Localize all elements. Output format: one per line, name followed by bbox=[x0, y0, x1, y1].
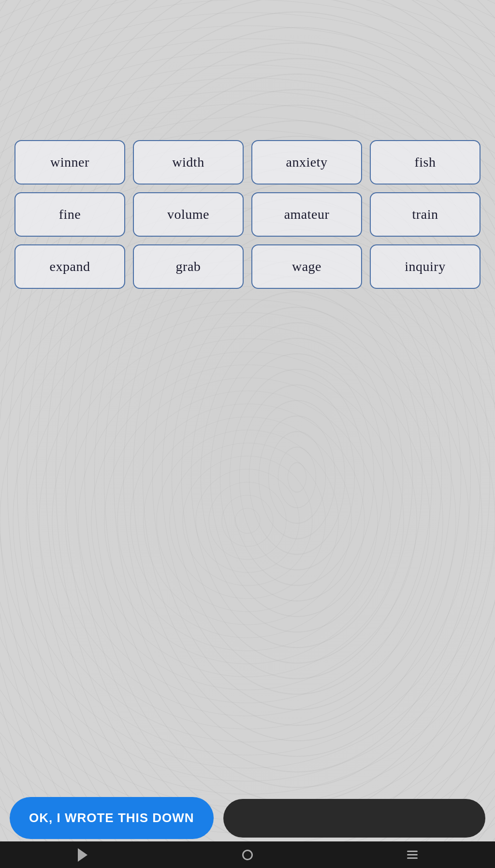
nav-bar bbox=[0, 841, 495, 868]
back-arrow-icon bbox=[78, 848, 87, 862]
word-card-fish[interactable]: fish bbox=[370, 140, 480, 185]
word-card-volume[interactable]: volume bbox=[133, 192, 244, 237]
word-card-fine[interactable]: fine bbox=[15, 192, 125, 237]
home-circle-icon bbox=[242, 850, 253, 860]
word-card-train[interactable]: train bbox=[370, 192, 480, 237]
menu-button[interactable] bbox=[403, 845, 422, 865]
word-card-anxiety[interactable]: anxiety bbox=[251, 140, 362, 185]
word-card-width[interactable]: width bbox=[133, 140, 244, 185]
ok-wrote-down-button[interactable]: OK, I WROTE THIS DOWN bbox=[10, 797, 214, 839]
word-card-amateur[interactable]: amateur bbox=[251, 192, 362, 237]
word-card-inquiry[interactable]: inquiry bbox=[370, 244, 480, 289]
word-grid: winner width anxiety fish fine volume am… bbox=[10, 140, 485, 289]
home-button[interactable] bbox=[238, 845, 257, 865]
word-card-grab[interactable]: grab bbox=[133, 244, 244, 289]
bottom-bar: OK, I WROTE THIS DOWN bbox=[0, 797, 495, 839]
dark-action-button[interactable] bbox=[223, 799, 485, 838]
word-card-winner[interactable]: winner bbox=[15, 140, 125, 185]
back-button[interactable] bbox=[73, 845, 92, 865]
word-card-expand[interactable]: expand bbox=[15, 244, 125, 289]
word-card-wage[interactable]: wage bbox=[251, 244, 362, 289]
menu-lines-icon bbox=[407, 851, 418, 859]
